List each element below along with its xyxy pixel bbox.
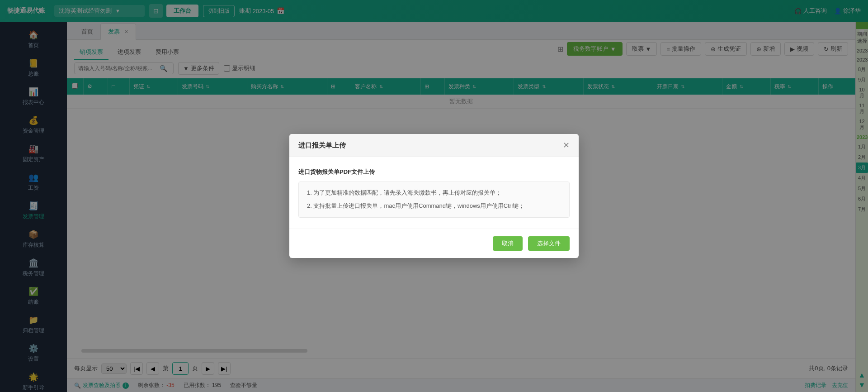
dialog-close-btn[interactable]: ✕ [563, 140, 570, 150]
modal-overlay: 进口报关单上传 ✕ 进口货物报关单PDF文件上传 1. 为了更加精准的数据匹配，… [0, 0, 868, 392]
dialog-cancel-btn[interactable]: 取消 [493, 236, 523, 251]
dialog-footer: 取消 选择文件 [289, 229, 579, 258]
import-customs-dialog: 进口报关单上传 ✕ 进口货物报关单PDF文件上传 1. 为了更加精准的数据匹配，… [289, 134, 579, 258]
dialog-header: 进口报关单上传 ✕ [289, 134, 579, 157]
dialog-section-title: 进口货物报关单PDF文件上传 [298, 168, 570, 176]
dialog-title: 进口报关单上传 [298, 141, 346, 150]
dialog-info-item-1: 1. 为了更加精准的数据匹配，请先录入海关缴款书，再上传对应的报关单； [307, 188, 561, 198]
dialog-info-item-2: 2. 支持批量上传进口报关单，mac用户使用Command键，windows用户… [307, 201, 561, 211]
dialog-body: 进口货物报关单PDF文件上传 1. 为了更加精准的数据匹配，请先录入海关缴款书，… [289, 157, 579, 229]
dialog-select-file-btn[interactable]: 选择文件 [528, 236, 570, 251]
dialog-info-box: 1. 为了更加精准的数据匹配，请先录入海关缴款书，再上传对应的报关单； 2. 支… [298, 182, 570, 218]
